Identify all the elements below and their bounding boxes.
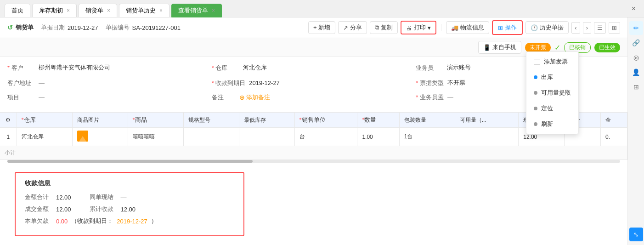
copy-button[interactable]: ⧉ 复制 — [370, 21, 398, 34]
row-sales-unit: 台 — [294, 128, 357, 146]
ops-icon: ⊞ — [498, 24, 503, 31]
salesperson2-value: — — [444, 93, 508, 102]
salesperson2-label: 业务员孟 — [416, 93, 444, 102]
toolbar-divider — [441, 24, 441, 31]
outbound-icon — [534, 75, 537, 79]
product-image — [77, 131, 88, 142]
memo-add-button[interactable]: ⊕ 添加备注 — [239, 93, 270, 102]
salesperson-value: 演示账号 — [443, 63, 508, 73]
ticket-type-field: 票据类型 不开票 — [416, 78, 620, 88]
print-icon: 🖨 — [406, 24, 412, 31]
settlement-value: — — [121, 194, 127, 201]
col-product: *商品 — [128, 113, 183, 128]
row-product-img — [72, 128, 128, 146]
project-label: 项目 — [7, 93, 35, 102]
tab-sales-history[interactable]: 销货单历史 × — [119, 4, 169, 17]
nav-prev-button[interactable]: ‹ — [571, 22, 580, 34]
print-button[interactable]: 🖨 打印 ▾ — [401, 21, 436, 34]
menu-item-available-qty[interactable]: 可用量提取 — [526, 85, 578, 101]
cumulative-value: 12.00 — [121, 206, 136, 213]
share-button[interactable]: ↗ 分享 — [338, 21, 367, 34]
share-icon: ↗ — [343, 24, 348, 31]
project-field: 项目 — — [7, 93, 212, 102]
settlement-label: 同单现结 — [90, 193, 117, 201]
address-label: 客户地址 — [7, 79, 35, 87]
tab-bar: 首页 库存期初 × 销货单 × 销货单历史 × 查看销货单 × × — [0, 0, 644, 17]
warehouse-value: 河北仓库 — [239, 63, 304, 73]
tab-inventory-init-close[interactable]: × — [67, 7, 70, 14]
tab-home[interactable]: 首页 — [5, 4, 30, 17]
row-model — [183, 128, 239, 146]
refresh-icon — [534, 122, 537, 126]
new-button[interactable]: + 新增 — [308, 21, 335, 34]
menu-item-locate[interactable]: 定位 — [526, 101, 578, 116]
nav-next-button[interactable]: › — [583, 22, 591, 34]
warehouse-label: 仓库 — [212, 64, 239, 72]
tab-sales-order-close[interactable]: × — [107, 7, 110, 14]
row-pack-qty: 1台 — [399, 128, 455, 146]
doc-no-value: SA-20191227-001 — [132, 24, 181, 31]
total-amount-value: 12.00 — [56, 194, 71, 201]
transaction-label: 成交金额 — [25, 205, 52, 213]
menu-item-outbound[interactable]: 出库 — [526, 69, 578, 85]
doc-header-left: ↺ 销货单 单据日期 2019-12-27 单据编号 SA-20191227-0… — [7, 23, 181, 32]
doc-date-value: 2019-12-27 — [68, 24, 98, 31]
cumulative-label: 累计收款 — [90, 205, 117, 213]
effective-badge: 已生效 — [594, 43, 620, 52]
tab-sales-order[interactable]: 销货单 × — [79, 4, 117, 17]
row-qty: 1.00 — [357, 128, 399, 146]
sidebar-grid-icon[interactable]: ⊞ — [629, 80, 643, 94]
row-product: 嘻嘻嘻嘻 — [128, 128, 183, 146]
view-list-button[interactable]: ☰ — [594, 22, 606, 34]
transaction-value: 12.00 — [56, 206, 71, 213]
locate-icon — [534, 107, 537, 110]
sidebar-person-icon[interactable]: 👤 — [629, 65, 643, 79]
print-dropdown-icon: ▾ — [428, 24, 431, 31]
window-close-button[interactable]: × — [628, 3, 639, 15]
menu-item-add-invoice[interactable]: 添加发票 — [526, 54, 578, 69]
col-qty: *数量 — [357, 113, 399, 128]
tab-view-sales[interactable]: 查看销货单 × — [171, 4, 222, 17]
col-min-stock: 最低库存 — [239, 113, 294, 128]
logistics-button[interactable]: 🚚 物流信息 — [446, 21, 489, 34]
ops-button[interactable]: ⊞ 操作 — [493, 22, 521, 34]
sidebar-circle-icon[interactable]: ◎ — [629, 51, 643, 64]
address-field: 客户地址 — — [7, 79, 212, 88]
horizontal-scrollbar[interactable] — [7, 160, 620, 163]
col-model: 规格型号 — [183, 113, 239, 128]
tab-inventory-init[interactable]: 库存期初 × — [32, 4, 77, 17]
history-button[interactable]: 🕐 历史单据 — [525, 21, 569, 34]
check-icon: ✓ — [554, 43, 560, 52]
col-gear: ⚙ — [0, 113, 17, 128]
tab-sales-history-close[interactable]: × — [159, 7, 163, 14]
phone-button[interactable]: 📱 来自手机 — [478, 41, 521, 54]
customer-field: 客户 柳州粤港平安气体有限公司 — [7, 63, 212, 73]
due-date: 2019-12-27 — [117, 218, 147, 225]
doc-header: ↺ 销货单 单据日期 2019-12-27 单据编号 SA-20191227-0… — [0, 17, 627, 38]
view-grid-button[interactable]: ⊞ — [609, 22, 620, 34]
sidebar-link-icon[interactable]: 🔗 — [629, 36, 643, 50]
col-warehouse: *仓库 — [17, 113, 72, 128]
total-amount-item: 金额合计 12.00 — [25, 193, 71, 201]
payment-section-wrapper: 收款信息 金额合计 12.00 同单现结 — 成交金额 12.00 — [0, 163, 627, 245]
payment-row-3: 本单欠款 0.00 （收款到期日： 2019-12-27 ） — [25, 217, 234, 225]
tab-view-sales-close[interactable]: × — [212, 7, 215, 14]
payment-date-label: 收款到期日 — [212, 79, 246, 87]
doc-date-field: 单据日期 2019-12-27 — [41, 23, 98, 32]
memo-field: 备注 ⊕ 添加备注 — [212, 93, 416, 102]
sidebar-edit-icon[interactable]: ✏ — [629, 21, 643, 35]
menu-item-refresh[interactable]: 刷新 — [526, 116, 578, 132]
row-num: 1 — [0, 128, 17, 146]
payment-row-2: 成交金额 12.00 累计收款 12.00 — [25, 205, 234, 213]
due-label: 本单欠款 — [25, 217, 52, 225]
customer-label: 客户 — [7, 64, 35, 72]
phone-icon: 📱 — [483, 44, 491, 51]
payment-date-value: 2019-12-27 — [245, 79, 310, 88]
payment-title: 收款信息 — [25, 179, 234, 188]
sidebar-expand-icon[interactable]: ⤡ — [629, 228, 643, 241]
memo-label: 备注 — [212, 93, 239, 102]
doc-type-label: 销货单 — [16, 23, 34, 32]
total-amount-label: 金额合计 — [25, 193, 52, 201]
subtotal-row: 小计 — [0, 146, 627, 160]
project-value: — — [35, 93, 99, 102]
